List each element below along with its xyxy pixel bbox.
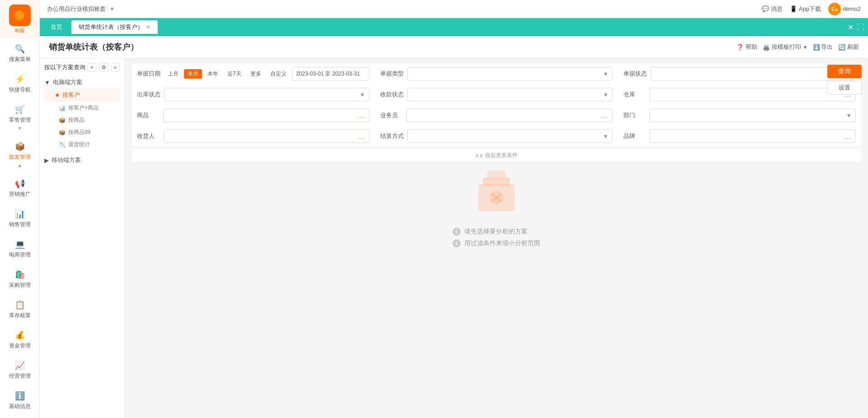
sidebar-item-search[interactable]: 🔍 搜索菜单	[0, 38, 39, 69]
filter-cell-goods: 商品 ...	[132, 105, 375, 126]
sidebar-item-label: 营销推广	[9, 190, 31, 198]
sidebar-item-finance[interactable]: 💰 资金管理	[0, 325, 39, 355]
date-pill-thismonth[interactable]: 本月	[184, 69, 202, 79]
export-button[interactable]: ⬇️ 导出	[813, 43, 833, 51]
help-button[interactable]: ❓ 帮助	[736, 43, 757, 51]
topbar-title: 办公用品行业模拟账套	[47, 5, 106, 13]
salesperson-select[interactable]: ...	[406, 109, 613, 122]
sidebar-item-purchase[interactable]: 🛍️ 采购管理	[0, 264, 39, 294]
sidebar-item-quicknav[interactable]: ⚡ 快捷导航	[0, 69, 39, 99]
download-icon: 📱	[790, 5, 797, 12]
scheme-subitem-goods99[interactable]: 📦 按商品99	[44, 126, 120, 138]
user-menu[interactable]: Ea demo2	[828, 3, 861, 15]
consignee-dots[interactable]: ...	[358, 133, 365, 140]
scheme-subitem-goods[interactable]: 📦 按商品	[44, 114, 120, 126]
svg-rect-2	[487, 171, 505, 180]
scheme-subitem-customer-goods[interactable]: 📊 按客户+商品	[44, 102, 120, 114]
settle-select[interactable]: ▼	[407, 129, 613, 143]
doctype-select[interactable]: ▼	[407, 67, 613, 81]
topbar-dropdown-icon[interactable]: ▼	[109, 6, 115, 12]
scheme-add-button[interactable]: +	[87, 63, 96, 72]
outstatus-select[interactable]: ▼	[164, 88, 369, 101]
tab-home[interactable]: 首页	[43, 20, 70, 34]
sidebar-item-system[interactable]: ⚙️ 系统管理	[0, 416, 39, 418]
empty-tip-1: 1 请先选择要分析的方案	[453, 228, 540, 236]
scheme-header: 按以下方案查询 + ⚙ «	[44, 63, 120, 72]
maximize-icon[interactable]: ⛶	[857, 23, 864, 31]
date-pill-more[interactable]: 更多	[247, 69, 265, 79]
print-button[interactable]: 🖨️ 按模板打印 ▼	[763, 43, 807, 51]
chart-icon: 📊	[59, 105, 66, 111]
avatar: Ea	[828, 3, 841, 15]
filter-cell-docstatus: 单据状态 ▼	[618, 63, 861, 84]
query-button[interactable]: 查询	[827, 65, 862, 78]
warehouse-select[interactable]: ...	[650, 88, 856, 101]
brand-label: 品牌	[623, 132, 646, 140]
filter-cell-doctype: 单据类型 ▼	[375, 63, 618, 84]
goods-label: 商品	[137, 111, 160, 119]
topbar-right: 💬 消息 📱 App下载 Ea demo2	[762, 3, 861, 15]
app-download-button[interactable]: 📱 App下载	[790, 5, 821, 13]
date-range-input[interactable]: 2023-03-01 至 2023-03-31	[292, 67, 369, 81]
docstatus-select[interactable]: ▼	[651, 67, 856, 81]
scheme-subitem-label: 按商品	[68, 116, 85, 124]
date-pill-thisyear[interactable]: 本年	[204, 69, 222, 79]
date-pill-lastmonth[interactable]: 上月	[164, 69, 182, 79]
sidebar-item-retail[interactable]: 🛒 零售管理 ▼	[0, 99, 39, 136]
sidebar-item-label: 经营管理	[9, 372, 31, 380]
scheme-item-customer[interactable]: ● 按客户	[44, 88, 120, 102]
date-pill-custom[interactable]: 自定义	[267, 69, 290, 79]
scheme-settings-button[interactable]: ⚙	[99, 63, 108, 72]
filter-right-box: 单据日期 上月 本月 本年 近7天 更多 自定义 2023-03-01 至 20…	[125, 58, 868, 418]
brand-dots[interactable]: ...	[844, 133, 852, 140]
sidebar-item-marketing[interactable]: 📢 营销推广	[0, 173, 39, 204]
doctype-label: 单据类型	[380, 70, 404, 78]
search-icon: 🔍	[15, 44, 25, 54]
sidebar-item-label: 采购管理	[9, 281, 31, 289]
dept-label: 部门	[623, 111, 646, 119]
help-icon: ❓	[736, 44, 744, 51]
salesperson-dots[interactable]: ...	[601, 112, 609, 119]
dept-arrow: ▼	[846, 112, 852, 119]
chevron-up-icon: ▲	[18, 163, 22, 168]
tip-text-2: 用过滤条件来缩小分析范围	[464, 239, 540, 247]
message-button[interactable]: 💬 消息	[762, 5, 783, 13]
goods-dots[interactable]: ...	[358, 112, 365, 119]
empty-state: 1 请先选择要分析的方案 2 用过滤条件来缩小分析范围	[131, 166, 862, 247]
scheme-subitem-returns[interactable]: 📉 退货统计	[44, 138, 120, 151]
scheme-group-mobile: ▶ 移动端方案	[44, 154, 120, 166]
recvstatus-select[interactable]: ▼	[407, 88, 613, 101]
outstatus-label: 出库状态	[137, 90, 160, 99]
wholesale-icon: 📦	[15, 142, 25, 152]
sidebar-item-basic[interactable]: ℹ️ 基础信息	[0, 385, 39, 416]
triangle-right-icon: ▶	[44, 157, 49, 164]
sales-icon: 📊	[15, 209, 25, 219]
sidebar-item-operations[interactable]: 📈 经营管理	[0, 355, 39, 385]
sidebar-item-sales[interactable]: 📊 销售管理	[0, 204, 39, 234]
goods-select[interactable]: ...	[163, 109, 369, 122]
consignee-select[interactable]: ...	[163, 129, 369, 143]
recvstatus-label: 收款状态	[380, 90, 404, 99]
scheme-collapse-button[interactable]: «	[111, 63, 120, 72]
recvstatus-arrow: ▼	[603, 91, 609, 98]
tab-sales-stats[interactable]: 销货单统计表（按客户） ✕	[71, 20, 158, 34]
collapse-button[interactable]: ∧∧ 收起更多条件	[475, 152, 518, 159]
scheme-group-mobile-title[interactable]: ▶ 移动端方案	[44, 154, 120, 166]
logo-text: 标版	[15, 27, 25, 34]
refresh-button[interactable]: 🔄 刷新	[838, 43, 859, 51]
tab-close-icon[interactable]: ✕	[146, 24, 151, 30]
returns-icon: 📉	[59, 142, 66, 148]
scheme-panel-title: 按以下方案查询	[44, 63, 85, 71]
settings-button[interactable]: 设置	[827, 81, 862, 95]
date-pill-7days[interactable]: 近7天	[224, 69, 245, 79]
scheme-group-pc-title[interactable]: ▼ 电脑端方案	[44, 76, 120, 88]
sidebar-item-ecommerce[interactable]: 💻 电商管理	[0, 234, 39, 264]
sidebar-item-inventory[interactable]: 📋 库存核算	[0, 294, 39, 325]
close-window-icon[interactable]: ✕	[848, 23, 854, 32]
export-label: 导出	[821, 43, 833, 51]
dept-select[interactable]: ▼	[650, 109, 856, 122]
sidebar-item-wholesale[interactable]: 📦 批发管理 ▲	[0, 136, 39, 173]
brand-select[interactable]: ...	[650, 129, 856, 143]
message-label: 消息	[771, 5, 783, 13]
sidebar-item-label: 搜索菜单	[9, 56, 31, 63]
